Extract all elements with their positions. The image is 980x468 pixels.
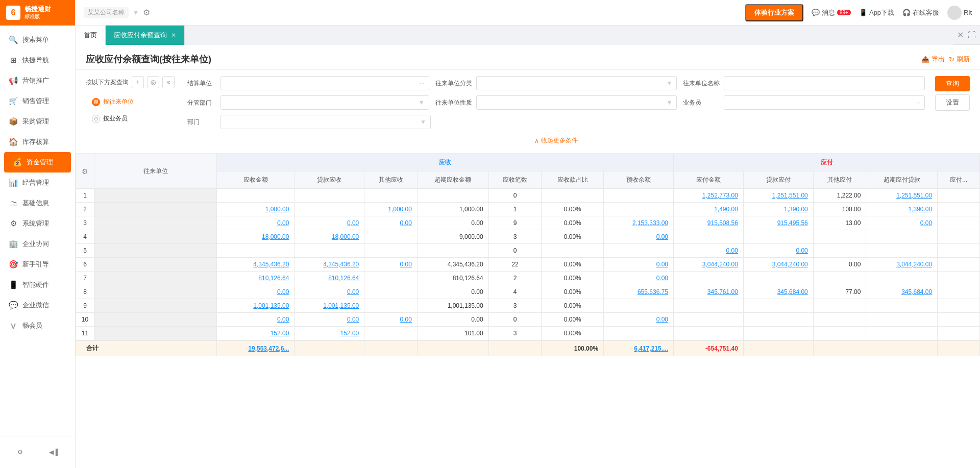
- finance-icon: 💰: [12, 157, 22, 167]
- row-ar-loan[interactable]: 810,126.64: [295, 272, 364, 285]
- row-ar-ratio: 0.00%: [542, 327, 604, 341]
- row-ap-amount[interactable]: 345,761.00: [674, 285, 744, 299]
- sidebar-item-marketing[interactable]: 📢 营销推广: [0, 70, 75, 91]
- row-ar-loan[interactable]: 0.00: [295, 216, 364, 230]
- sidebar-item-vip[interactable]: V 畅会员: [0, 315, 75, 336]
- row-ap-overdue[interactable]: 0.00: [866, 216, 938, 230]
- sidebar-item-hardware[interactable]: 📱 智能硬件: [0, 275, 75, 295]
- row-ap-loan[interactable]: 1,390.00: [743, 203, 813, 216]
- sidebar-item-wechat[interactable]: 💬 企业微信: [0, 295, 75, 315]
- total-ar-prepaid[interactable]: 6,417,215....: [604, 340, 674, 356]
- tab-close-window-icon[interactable]: ✕: [957, 30, 964, 40]
- tab-ar-ap[interactable]: 应收应付余额查询 ✕: [106, 26, 185, 45]
- row-ap-other: [813, 327, 866, 341]
- promo-button[interactable]: 体验行业方案: [745, 4, 803, 21]
- table-config-icon[interactable]: ⚙: [82, 167, 88, 176]
- filter-jiesuan-input[interactable]: ···: [220, 76, 429, 90]
- row-ar-amount[interactable]: 1,001,135.00: [217, 299, 295, 313]
- export-button[interactable]: 📤 导出: [921, 55, 945, 64]
- sidebar-item-system[interactable]: ⚙ 系统管理: [0, 213, 75, 234]
- filter-dept-input[interactable]: ▼: [220, 95, 429, 110]
- row-ar-loan[interactable]: 1,001,135.00: [295, 299, 364, 313]
- refresh-button[interactable]: ↻ 刷新: [949, 55, 970, 64]
- sidebar-item-sales[interactable]: 🛒 销售管理: [0, 91, 75, 111]
- row-ap-amount[interactable]: 1,490.00: [674, 203, 744, 216]
- row-ar-amount[interactable]: 18,000.00: [217, 230, 295, 244]
- row-ar-other[interactable]: 1,000.00: [364, 203, 418, 216]
- sidebar-item-inventory[interactable]: 🏠 库存核算: [0, 132, 75, 152]
- tab-bar: 首页 应收应付余额查询 ✕ ✕ ⛶: [76, 26, 980, 45]
- row-ap-overdue[interactable]: 1,390.00: [866, 203, 938, 216]
- online-service-button[interactable]: 🎧 在线客服: [902, 8, 939, 17]
- user-avatar[interactable]: Rit: [947, 6, 972, 20]
- row-ar-prepaid[interactable]: 0.00: [604, 230, 674, 244]
- row-ap-amount[interactable]: 3,044,240.00: [674, 258, 744, 272]
- row-ar-prepaid[interactable]: 0.00: [604, 272, 674, 285]
- row-ar-other[interactable]: 0.00: [364, 313, 418, 327]
- filter-unit-class-input[interactable]: ▼: [476, 76, 677, 90]
- row-ar-loan[interactable]: 4,345,436.20: [295, 258, 364, 272]
- filter-unit-nature-input[interactable]: ▼: [476, 95, 677, 110]
- sidebar-bottom-settings[interactable]: ⚙: [9, 445, 31, 460]
- sidebar-item-purchase[interactable]: 📦 采购管理: [0, 111, 75, 132]
- row-ap-overdue[interactable]: 345,684.00: [866, 285, 938, 299]
- row-ap-amount[interactable]: 0.00: [674, 244, 744, 258]
- settings-button[interactable]: 设置: [935, 94, 970, 111]
- filter-department-input[interactable]: ▼: [220, 115, 431, 129]
- tab-home[interactable]: 首页: [76, 26, 106, 45]
- tab-expand-icon[interactable]: ⛶: [968, 31, 976, 40]
- header-settings-icon[interactable]: ⚙: [143, 8, 150, 17]
- row-ap-loan[interactable]: 345,684.00: [743, 285, 813, 299]
- row-ar-loan[interactable]: 152.00: [295, 327, 364, 341]
- row-ar-loan[interactable]: 0.00: [295, 285, 364, 299]
- filter-salesperson-input[interactable]: ···: [724, 95, 925, 110]
- sidebar-item-basic[interactable]: 🗂 基础信息: [0, 193, 75, 213]
- row-ar-other[interactable]: 0.00: [364, 258, 418, 272]
- row-ar-amount[interactable]: 0.00: [217, 285, 295, 299]
- sidebar-label-basic: 基础信息: [22, 199, 49, 208]
- sidebar-item-finance[interactable]: 💰 资金管理: [4, 152, 71, 173]
- sidebar-item-quick[interactable]: ⊞ 快捷导航: [0, 50, 75, 70]
- filter-add-icon[interactable]: +: [132, 76, 144, 88]
- row-ar-prepaid[interactable]: 0.00: [604, 258, 674, 272]
- row-ap-overdue[interactable]: 1,251,551.00: [866, 189, 938, 203]
- row-ar-amount[interactable]: 1,000.00: [217, 203, 295, 216]
- row-ar-loan[interactable]: 0.00: [295, 313, 364, 327]
- collapse-more-button[interactable]: ∧ 收起更多条件: [187, 134, 925, 147]
- row-unit: [94, 299, 217, 313]
- row-ap-loan[interactable]: 915,495.56: [743, 216, 813, 230]
- row-ap-loan[interactable]: 1,251,551.00: [743, 189, 813, 203]
- scheme-by-person[interactable]: ⊙ 按业务员: [86, 110, 175, 127]
- company-name[interactable]: 某某公司名称: [84, 7, 129, 18]
- row-ar-prepaid[interactable]: 655,636.75: [604, 285, 674, 299]
- row-ap-overdue[interactable]: 3,044,240.00: [866, 258, 938, 272]
- filter-collapse-icon[interactable]: «: [162, 76, 175, 88]
- row-ar-prepaid: [604, 203, 674, 216]
- row-ap-amount[interactable]: 1,252,773.00: [674, 189, 744, 203]
- message-button[interactable]: 💬 消息 99+: [812, 8, 851, 17]
- row-ar-prepaid[interactable]: 0.00: [604, 313, 674, 327]
- total-ar-amount[interactable]: 19,553,472,6...: [217, 340, 295, 356]
- sidebar-item-search[interactable]: 🔍 搜索菜单: [0, 30, 75, 50]
- row-ap-loan[interactable]: 3,044,240.00: [743, 258, 813, 272]
- sidebar-item-collab[interactable]: 🏢 企业协同: [0, 234, 75, 254]
- filter-unit-name-input[interactable]: [724, 76, 925, 90]
- query-button[interactable]: 查询: [935, 76, 970, 91]
- tab-close-icon[interactable]: ✕: [171, 32, 176, 39]
- row-ar-amount[interactable]: 4,345,436.20: [217, 258, 295, 272]
- scheme-by-unit[interactable]: W 按往来单位: [86, 93, 175, 110]
- row-ar-amount[interactable]: 152.00: [217, 327, 295, 341]
- row-ap-loan[interactable]: 0.00: [743, 244, 813, 258]
- row-ar-amount[interactable]: 0.00: [217, 216, 295, 230]
- sidebar-bottom-collapse[interactable]: ◀▐: [41, 445, 66, 460]
- row-ap-amount[interactable]: 915,508.56: [674, 216, 744, 230]
- row-ar-loan[interactable]: 18,000.00: [295, 230, 364, 244]
- sidebar-item-operation[interactable]: 📊 经营管理: [0, 173, 75, 193]
- filter-target-icon[interactable]: ◎: [147, 76, 159, 88]
- row-ar-other[interactable]: 0.00: [364, 216, 418, 230]
- app-download-button[interactable]: 📱 App下载: [859, 8, 894, 17]
- row-ar-prepaid[interactable]: 2,153,333.00: [604, 216, 674, 230]
- row-ar-amount[interactable]: 810,126.64: [217, 272, 295, 285]
- row-ar-amount[interactable]: 0.00: [217, 313, 295, 327]
- sidebar-item-guide[interactable]: 🎯 新手引导: [0, 254, 75, 275]
